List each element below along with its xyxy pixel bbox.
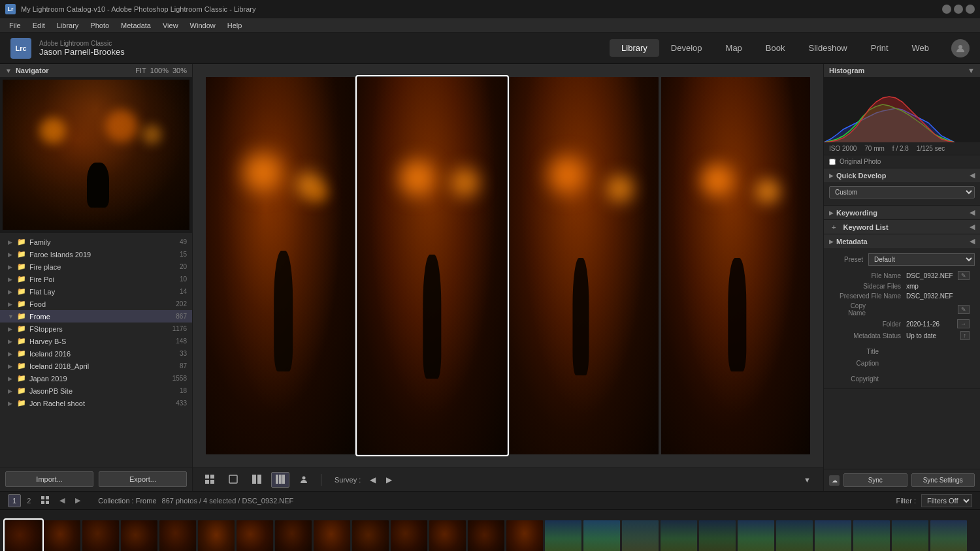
filmstrip-thumb-9[interactable] xyxy=(314,520,350,552)
filmstrip-thumb-25[interactable] xyxy=(930,520,967,552)
filmstrip-thumb-11[interactable] xyxy=(391,520,427,552)
nav-30-btn[interactable]: 30% xyxy=(172,67,187,74)
survey-view-btn[interactable] xyxy=(271,472,289,488)
filter-select[interactable]: Filters Off Flagged Rated xyxy=(921,494,972,507)
filmstrip-thumb-10[interactable] xyxy=(352,520,389,552)
copy-name-input[interactable] xyxy=(871,305,956,314)
filmstrip-thumb-23[interactable] xyxy=(853,520,890,552)
keyword-list-plus[interactable]: + xyxy=(832,223,836,231)
next-arrow[interactable]: ▶ xyxy=(382,474,396,486)
filmstrip-thumb-13[interactable] xyxy=(468,520,504,552)
loupe-view-btn[interactable] xyxy=(224,472,242,488)
filmstrip-thumb-3[interactable] xyxy=(82,520,119,552)
nav-book[interactable]: Book xyxy=(754,39,797,57)
filmstrip-thumb-1[interactable] xyxy=(5,520,42,552)
menu-view[interactable]: View xyxy=(157,20,184,31)
survey-photo-3[interactable] xyxy=(510,77,659,454)
copy-name-btn[interactable]: ✎ xyxy=(958,305,970,314)
view-mode-prev[interactable]: ◀ xyxy=(55,494,69,507)
nav-map[interactable]: Map xyxy=(714,39,754,57)
folder-item-frome[interactable]: ▼ 📁 Frome 867 xyxy=(0,310,192,323)
filmstrip-thumb-21[interactable] xyxy=(776,520,813,552)
survey-photo-1[interactable] xyxy=(206,77,355,454)
sync-icon[interactable]: ☁ xyxy=(829,475,840,486)
nav-print[interactable]: Print xyxy=(859,39,900,57)
filmstrip-thumb-19[interactable] xyxy=(699,520,736,552)
filmstrip-thumb-12[interactable] xyxy=(429,520,466,552)
filmstrip-thumb-16[interactable] xyxy=(583,520,620,552)
grid-view-btn[interactable] xyxy=(201,472,219,488)
view-mode-next[interactable]: ▶ xyxy=(71,494,85,507)
sync-settings-button[interactable]: Sync Settings xyxy=(911,473,975,487)
histogram-header[interactable]: Histogram ▼ xyxy=(824,64,980,77)
filmstrip-thumb-6[interactable] xyxy=(198,520,235,552)
folder-item[interactable]: ▶ 📁 Food 202 xyxy=(0,298,192,310)
nav-100-btn[interactable]: 100% xyxy=(150,67,169,74)
nav-develop[interactable]: Develop xyxy=(659,39,714,57)
filmstrip-thumb-18[interactable] xyxy=(661,520,697,552)
caption-input[interactable] xyxy=(884,358,970,368)
folder-item[interactable]: ▶ 📁 Family 49 xyxy=(0,236,192,248)
view-mode-grid[interactable] xyxy=(37,494,54,507)
keywording-header[interactable]: ▶ Keywording ◀ xyxy=(824,206,980,219)
import-button[interactable]: Import... xyxy=(5,471,93,487)
menu-file[interactable]: File xyxy=(4,20,26,31)
filmstrip-thumb-8[interactable] xyxy=(275,520,312,552)
folder-btn[interactable]: → xyxy=(957,319,970,328)
filmstrip-thumb-20[interactable] xyxy=(738,520,774,552)
folder-item[interactable]: ▶ 📁 Japan 2019 1558 xyxy=(0,372,192,385)
nav-fit-btn[interactable]: FIT xyxy=(135,67,146,74)
nav-library[interactable]: Library xyxy=(610,39,659,57)
folder-item[interactable]: ▶ 📁 Jon Rachel shoot 433 xyxy=(0,397,192,409)
filmstrip-thumb-4[interactable] xyxy=(121,520,157,552)
menu-help[interactable]: Help xyxy=(222,20,248,31)
keyword-list-header[interactable]: + Keyword List ◀ xyxy=(824,220,980,234)
view-mode-2[interactable]: 2 xyxy=(22,494,35,507)
file-name-edit-btn[interactable]: ✎ xyxy=(958,271,970,280)
menu-window[interactable]: Window xyxy=(185,20,221,31)
folder-item[interactable]: ▶ 📁 FStoppers 1176 xyxy=(0,323,192,335)
menu-library[interactable]: Library xyxy=(52,20,84,31)
sync-button[interactable]: Sync xyxy=(843,473,907,487)
folder-item[interactable]: ▶ 📁 Iceland 2018_April 87 xyxy=(0,360,192,372)
filmstrip-thumb-17[interactable] xyxy=(622,520,659,552)
close-button[interactable] xyxy=(966,5,975,14)
nav-slideshow[interactable]: Slideshow xyxy=(797,39,859,57)
original-photo-checkbox[interactable] xyxy=(829,159,836,165)
view-mode-1[interactable]: 1 xyxy=(8,494,21,507)
folder-item[interactable]: ▶ 📁 Iceland 2016 33 xyxy=(0,347,192,360)
maximize-button[interactable] xyxy=(954,5,963,14)
navigator-header[interactable]: ▼ Navigator FIT 100% 30% xyxy=(0,64,192,77)
compare-view-btn[interactable] xyxy=(248,472,266,488)
copyright-input[interactable] xyxy=(884,374,970,383)
folder-item[interactable]: ▶ 📁 Fire place 20 xyxy=(0,260,192,273)
people-view-btn[interactable] xyxy=(295,472,313,488)
export-button[interactable]: Export... xyxy=(99,471,187,487)
folder-item[interactable]: ▶ 📁 Flat Lay 14 xyxy=(0,285,192,298)
filmstrip-thumb-24[interactable] xyxy=(892,520,928,552)
toolbar-menu-btn[interactable]: ▼ xyxy=(799,473,815,486)
folder-item[interactable]: ▶ 📁 Harvey B-S 148 xyxy=(0,335,192,347)
metadata-status-btn[interactable]: ↑ xyxy=(960,331,970,340)
filmstrip-thumb-22[interactable] xyxy=(815,520,851,552)
menu-metadata[interactable]: Metadata xyxy=(116,20,156,31)
user-avatar[interactable] xyxy=(951,39,970,57)
filmstrip-thumb-15[interactable] xyxy=(545,520,581,552)
filmstrip-thumb-14[interactable] xyxy=(506,520,543,552)
folder-item[interactable]: ▶ 📁 JasonPB Site 18 xyxy=(0,385,192,397)
minimize-button[interactable] xyxy=(942,5,951,14)
prev-arrow[interactable]: ◀ xyxy=(366,474,380,486)
menu-photo[interactable]: Photo xyxy=(85,20,114,31)
preset-select[interactable]: Custom Adobe Standard Auto xyxy=(829,186,975,198)
metadata-preset-select[interactable]: Default None xyxy=(868,253,975,266)
folder-item[interactable]: ▶ 📁 Faroe Islands 2019 15 xyxy=(0,248,192,260)
quick-develop-header[interactable]: ▶ Quick Develop ◀ xyxy=(824,168,980,182)
folder-item[interactable]: ▶ 📁 Fire Poi 10 xyxy=(0,273,192,285)
menu-edit[interactable]: Edit xyxy=(27,20,50,31)
filmstrip-thumb-5[interactable] xyxy=(159,520,196,552)
nav-web[interactable]: Web xyxy=(900,39,941,57)
title-input[interactable] xyxy=(884,347,970,356)
survey-photo-2[interactable] xyxy=(357,77,506,454)
metadata-header[interactable]: ▶ Metadata ◀ xyxy=(824,234,980,248)
filmstrip-thumb-2[interactable] xyxy=(44,520,80,552)
